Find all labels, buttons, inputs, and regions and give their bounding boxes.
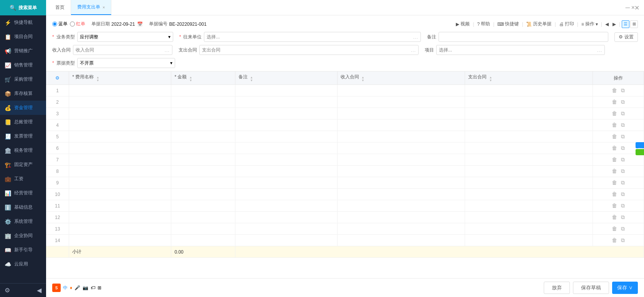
expense-name-cell[interactable] — [69, 166, 171, 177]
row-copy-btn[interactable]: ⧉ — [620, 226, 626, 232]
sidebar-item-assets[interactable]: 🏗️ 固定资产 — [0, 158, 46, 172]
tab-expense[interactable]: 费用支出单 × — [71, 0, 111, 15]
remark-cell[interactable] — [235, 154, 337, 166]
expense-contract-cell[interactable] — [465, 177, 593, 189]
amount-cell[interactable] — [171, 177, 235, 189]
biz-type-select[interactable]: 应付调整 ▾ — [77, 32, 173, 42]
grid-view-icon[interactable]: ⊞ — [630, 20, 638, 28]
income-contract-cell[interactable] — [337, 119, 465, 131]
print-btn[interactable]: 🖨 打印 — [558, 20, 576, 28]
red-single-input[interactable] — [70, 22, 75, 27]
expense-name-cell[interactable] — [69, 143, 171, 154]
row-delete-btn[interactable]: 🗑 — [611, 237, 618, 243]
save-button[interactable]: 保存 ∨ — [612, 282, 638, 294]
amount-cell[interactable] — [171, 154, 235, 166]
remark-cell[interactable] — [235, 200, 337, 212]
remark-cell[interactable] — [235, 85, 337, 96]
expense-contract-sort[interactable]: ▲▼ — [489, 76, 492, 82]
remark-cell[interactable] — [235, 119, 337, 131]
expense-contract-cell[interactable] — [465, 154, 593, 166]
expense-name-cell[interactable] — [69, 189, 171, 200]
amount-cell[interactable] — [171, 119, 235, 131]
sidebar-header[interactable]: 🔍 搜索菜单 — [0, 0, 46, 15]
sidebar-item-quick-nav[interactable]: ⚡ 快捷导航 — [0, 15, 46, 30]
expense-contract-input[interactable] — [202, 47, 411, 53]
row-delete-btn[interactable]: 🗑 — [611, 226, 618, 232]
settings-button[interactable]: ⚙ 设置 — [614, 32, 638, 42]
expense-name-cell[interactable] — [69, 85, 171, 96]
ops-dropdown-btn[interactable]: ≡ 操作 ▾ — [580, 20, 599, 28]
sidebar-item-cloud[interactable]: ☁️ 云应用 — [0, 257, 46, 271]
row-copy-btn[interactable]: ⧉ — [620, 168, 626, 174]
remark-cell[interactable] — [235, 143, 337, 154]
calendar-icon[interactable]: 📅 — [137, 22, 143, 27]
amount-cell[interactable] — [171, 85, 235, 96]
sidebar-item-system[interactable]: ⚙️ 系统管理 — [0, 214, 46, 229]
remark-input-wrap[interactable] — [439, 32, 608, 42]
project-more-icon[interactable]: … — [597, 47, 602, 53]
sidebar-item-inventory[interactable]: 📦 库存核算 — [0, 86, 46, 101]
amount-sort[interactable]: ▲▼ — [189, 76, 192, 82]
expense-contract-cell[interactable] — [465, 166, 593, 177]
row-copy-btn[interactable]: ⧉ — [620, 179, 626, 186]
expense-name-cell[interactable] — [69, 119, 171, 131]
expense-contract-cell[interactable] — [465, 143, 593, 154]
remark-cell[interactable] — [235, 235, 337, 246]
sidebar-item-capital[interactable]: 💰 资金管理 — [0, 101, 46, 115]
save-draft-button[interactable]: 保存草稿 — [573, 282, 609, 294]
remark-cell[interactable] — [235, 96, 337, 108]
income-contract-cell[interactable] — [337, 154, 465, 166]
expense-name-cell[interactable] — [69, 177, 171, 189]
row-copy-btn[interactable]: ⧉ — [620, 191, 626, 197]
amount-cell[interactable] — [171, 131, 235, 143]
expense-name-cell[interactable] — [69, 212, 171, 223]
row-delete-btn[interactable]: 🗑 — [611, 133, 618, 139]
tab-close-icon[interactable]: × — [103, 5, 105, 10]
sidebar-item-sales[interactable]: 📈 销售管理 — [0, 58, 46, 72]
remark-cell[interactable] — [235, 166, 337, 177]
expense-name-sort[interactable]: ▲▼ — [96, 76, 99, 82]
income-contract-cell[interactable] — [337, 223, 465, 235]
sidebar-item-purchase[interactable]: 🛒 采购管理 — [0, 72, 46, 86]
remark-cell[interactable] — [235, 223, 337, 235]
row-delete-btn[interactable]: 🗑 — [611, 179, 618, 186]
config-gear-icon[interactable]: ⚙ — [55, 75, 60, 81]
income-contract-cell[interactable] — [337, 131, 465, 143]
expense-name-cell[interactable] — [69, 235, 171, 246]
expense-contract-input-wrap[interactable]: … — [199, 45, 419, 55]
amount-cell[interactable] — [171, 96, 235, 108]
expense-name-cell[interactable] — [69, 200, 171, 212]
income-contract-input[interactable] — [76, 47, 164, 53]
sidebar-item-payroll[interactable]: 💼 工资 — [0, 172, 46, 186]
row-delete-btn[interactable]: 🗑 — [611, 168, 618, 174]
expense-contract-cell[interactable] — [465, 119, 593, 131]
expense-contract-cell[interactable] — [465, 223, 593, 235]
income-contract-cell[interactable] — [337, 212, 465, 223]
speaker-icon[interactable]: ◀ — [37, 287, 41, 294]
expense-contract-cell[interactable] — [465, 108, 593, 119]
blue-single-radio[interactable]: 蓝单 — [52, 21, 68, 27]
sidebar-item-enterprise[interactable]: 🏢 企业协同 — [0, 229, 46, 243]
expense-contract-more-icon[interactable]: … — [411, 47, 416, 53]
amount-cell[interactable] — [171, 212, 235, 223]
row-delete-btn[interactable]: 🗑 — [611, 87, 618, 93]
expense-name-cell[interactable] — [69, 223, 171, 235]
income-contract-input-wrap[interactable]: … — [73, 45, 172, 55]
row-copy-btn[interactable]: ⧉ — [620, 202, 626, 209]
income-contract-cell[interactable] — [337, 235, 465, 246]
sidebar-item-tax[interactable]: 🏛️ 税务管理 — [0, 143, 46, 158]
expense-name-cell[interactable] — [69, 131, 171, 143]
red-single-radio[interactable]: 红单 — [70, 21, 85, 27]
remark-cell[interactable] — [235, 131, 337, 143]
row-delete-btn[interactable]: 🗑 — [611, 122, 618, 128]
project-input[interactable] — [439, 47, 597, 53]
row-copy-btn[interactable]: ⧉ — [620, 133, 626, 140]
expense-name-cell[interactable] — [69, 96, 171, 108]
income-contract-cell[interactable] — [337, 189, 465, 200]
sidebar-item-marketing[interactable]: 📢 营销推广 — [0, 44, 46, 58]
amount-cell[interactable] — [171, 200, 235, 212]
sidebar-item-invoice[interactable]: 🧾 发票管理 — [0, 129, 46, 143]
list-view-icon[interactable]: ☰ — [622, 20, 629, 28]
amount-cell[interactable] — [171, 235, 235, 246]
amount-cell[interactable] — [171, 166, 235, 177]
